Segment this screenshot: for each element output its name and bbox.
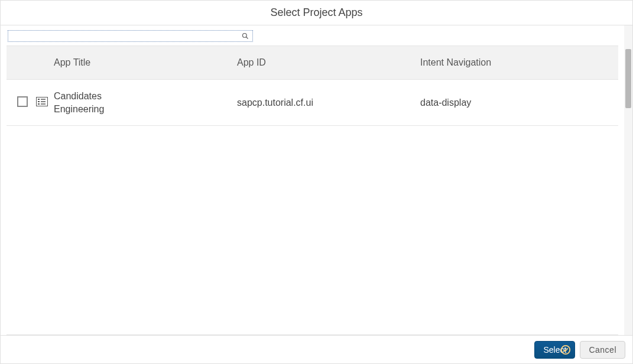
svg-rect-7 (38, 103, 40, 105)
svg-point-0 (243, 34, 247, 38)
column-header-appid[interactable]: App ID (237, 57, 420, 68)
row-title-line1: Candidates (54, 90, 237, 103)
dialog-footer: Select Cancel (1, 335, 632, 363)
row-appid-cell: sapcp.tutorial.cf.ui (237, 98, 420, 108)
svg-rect-5 (38, 101, 40, 102)
table-header-row: App Title App ID Intent Navigation (7, 46, 618, 80)
select-button[interactable]: Select (534, 341, 575, 359)
scrollbar-thumb[interactable] (625, 49, 631, 108)
select-button-label: Select (543, 345, 566, 355)
search-input[interactable] (8, 30, 253, 42)
object-list-icon (36, 97, 48, 106)
column-header-intent[interactable]: Intent Navigation (420, 57, 618, 68)
row-icon-cell (36, 97, 54, 109)
row-title-line2: Engineering (54, 103, 237, 116)
dialog-title: Select Project Apps (1, 6, 632, 19)
svg-line-1 (246, 37, 248, 39)
content-area: App Title App ID Intent Navigation (1, 25, 624, 335)
cancel-button[interactable]: Cancel (580, 341, 625, 359)
svg-rect-3 (38, 99, 40, 100)
column-header-title[interactable]: App Title (54, 57, 237, 68)
search-icon (242, 32, 249, 40)
cancel-button-label: Cancel (589, 345, 616, 355)
vertical-scrollbar[interactable] (624, 25, 632, 335)
dialog-body: App Title App ID Intent Navigation (1, 25, 632, 335)
dialog-header: Select Project Apps (1, 1, 632, 25)
apps-table: App Title App ID Intent Navigation (7, 46, 618, 335)
row-intent-cell: data-display (420, 98, 618, 108)
row-title-cell: Candidates Engineering (54, 90, 237, 116)
search-area (7, 30, 618, 46)
row-checkbox[interactable] (17, 96, 28, 107)
row-checkbox-cell (7, 96, 36, 109)
table-row[interactable]: Candidates Engineering sapcp.tutorial.cf… (7, 80, 618, 126)
